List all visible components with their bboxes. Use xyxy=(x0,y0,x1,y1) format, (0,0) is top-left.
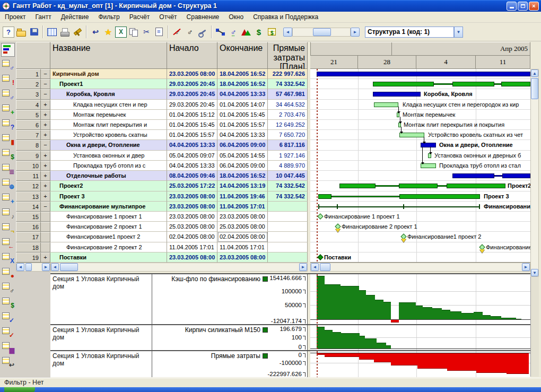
row-number[interactable]: 1 xyxy=(16,69,41,79)
end-date-cell[interactable]: 01.04.2005 14:07 xyxy=(217,100,268,110)
resource-hide-icon[interactable] xyxy=(171,27,183,38)
copy-icon[interactable] xyxy=(128,27,139,38)
start-date-cell[interactable]: 23.03.2005 08:00 xyxy=(167,212,217,222)
start-date-cell[interactable]: 23.03.2005 08:00 xyxy=(167,191,217,202)
end-date-cell[interactable]: 11.04.2005 17:01 xyxy=(217,202,268,212)
approve-add-table-icon[interactable]: ✓ xyxy=(1,325,15,339)
task-name-cell[interactable]: Кирпичный дом xyxy=(50,69,167,79)
print-icon[interactable] xyxy=(59,27,71,38)
gantt-bar[interactable] xyxy=(331,196,399,197)
resource-move-icon[interactable] xyxy=(228,27,239,38)
document-table-icon[interactable]: ≣ xyxy=(1,162,15,176)
cost-cell[interactable]: 74 332.542 xyxy=(268,191,308,202)
undo-icon[interactable] xyxy=(90,27,101,38)
start-date-cell[interactable]: 23.03.2005 08:00 xyxy=(167,202,217,212)
start-date-cell[interactable]: 25.03.2005 08:00 xyxy=(167,222,217,232)
chevron-down-icon[interactable]: ▼ xyxy=(454,27,463,38)
row-number[interactable]: 12 xyxy=(16,181,41,191)
cost-cell[interactable]: 4 889.970 xyxy=(268,161,308,171)
collapse-icon[interactable]: − xyxy=(41,202,50,212)
resource-out-table-icon[interactable]: ← xyxy=(1,236,15,250)
cost-cell[interactable] xyxy=(268,222,308,232)
approve-table-icon[interactable]: ✓ xyxy=(1,310,15,324)
start-date-cell[interactable]: 04.04.2005 13:33 xyxy=(167,140,217,150)
menu-item-9[interactable]: Справка и Поддержка xyxy=(248,12,323,22)
finance-badge-icon[interactable]: $ xyxy=(1,295,15,309)
start-date-cell[interactable]: 02.04.2005 08:00 xyxy=(167,232,217,242)
expand-icon[interactable]: + xyxy=(41,181,50,191)
hammer-icon[interactable] xyxy=(72,27,83,38)
gantt-bar[interactable] xyxy=(399,133,424,137)
end-date-cell[interactable]: 06.04.2005 09:00 xyxy=(217,161,268,171)
menu-item-4[interactable]: Фильтр xyxy=(93,12,124,22)
bottom-vertical-scrollbar[interactable] xyxy=(530,277,539,377)
task-name-cell[interactable]: Финансирование мультипрое xyxy=(50,202,167,212)
task-name-cell[interactable]: Финансирование1 проект 2 xyxy=(50,232,167,242)
end-date-cell[interactable]: 01.04.2005 15:45 xyxy=(217,110,268,120)
menu-item-1[interactable]: Проект xyxy=(0,12,31,22)
peaks-icon[interactable] xyxy=(240,27,252,38)
gantt-bar[interactable] xyxy=(374,102,398,107)
excel-icon[interactable] xyxy=(115,27,127,38)
expand-icon[interactable]: + xyxy=(41,120,50,130)
open-icon[interactable] xyxy=(15,27,27,38)
attention-table-icon[interactable]: ! xyxy=(1,73,15,86)
start-date-cell[interactable]: 11.04.2005 17:01 xyxy=(167,242,217,252)
row-number[interactable]: 3 xyxy=(16,89,41,99)
scroll-left-icon[interactable]: ◄ xyxy=(16,263,24,271)
gantt-bar[interactable] xyxy=(452,173,494,178)
milestone-icon[interactable] xyxy=(317,254,323,260)
start-date-cell[interactable]: 01.04.2005 15:12 xyxy=(167,110,217,120)
row-number[interactable]: 17 xyxy=(16,232,41,242)
scroll-left-icon[interactable]: ◄ xyxy=(283,28,292,37)
cost-cell[interactable]: 74 332.542 xyxy=(268,79,308,89)
dollar-icon[interactable] xyxy=(253,27,265,38)
cost-cell[interactable] xyxy=(268,242,308,252)
start-button-sliver[interactable] xyxy=(4,387,35,392)
scroll-thumb[interactable] xyxy=(313,28,331,36)
gantt-view-icon[interactable] xyxy=(1,43,15,57)
column-header-cost[interactable]: Прямые затраты [План] xyxy=(268,42,308,69)
structure-selector-value[interactable]: Структура 1 (код: 1) xyxy=(365,27,454,38)
task-name-cell[interactable]: Финансирование 2 проект 2 xyxy=(50,242,167,252)
row-number[interactable]: 18 xyxy=(16,242,41,252)
title-bar[interactable]: Гантт Работ - кд_мульт_опт [1] - Кирпичн… xyxy=(0,0,541,12)
expand-icon[interactable]: + xyxy=(41,191,50,202)
cost-cell[interactable] xyxy=(268,232,308,242)
gantt-bar[interactable] xyxy=(339,184,376,188)
row-number[interactable]: 11 xyxy=(16,171,41,181)
task-name-cell[interactable]: Коробка, Кровля xyxy=(50,89,167,99)
scroll-right-icon[interactable]: ► xyxy=(299,263,307,271)
cost-cell[interactable]: 1 927.146 xyxy=(268,151,308,161)
gantt-bar[interactable] xyxy=(434,83,452,85)
start-date-cell[interactable]: 23.03.2005 08:00 xyxy=(167,69,217,79)
star-icon[interactable] xyxy=(102,27,114,38)
start-date-cell[interactable]: 01.04.2005 15:45 xyxy=(167,120,217,130)
row-number[interactable]: 7 xyxy=(16,130,41,140)
row-number[interactable]: 8 xyxy=(16,140,41,150)
end-date-cell[interactable]: 04.04.2005 13:33 xyxy=(217,130,268,140)
repair-table-icon[interactable]: X xyxy=(1,251,15,265)
cost-cell[interactable]: 7 650.720 xyxy=(268,130,308,140)
activity-resource-icon[interactable]: ♂ xyxy=(1,88,15,101)
start-date-cell[interactable]: 05.04.2005 09:07 xyxy=(167,151,217,161)
scroll-right-icon[interactable]: ► xyxy=(522,263,530,271)
cost-cell[interactable] xyxy=(268,252,308,263)
expand-icon[interactable]: + xyxy=(41,252,50,263)
task-name-cell[interactable]: Поставки xyxy=(50,252,167,263)
cost-cell[interactable]: 2 703.476 xyxy=(268,110,308,120)
task-name-cell[interactable]: Монтаж плит перекрытия и xyxy=(50,120,167,130)
structure-selector[interactable]: Структура 1 (код: 1) ▼ xyxy=(365,27,463,38)
task-name-cell[interactable]: Прокладка труб отопл из с xyxy=(50,161,167,171)
menu-item-5[interactable]: Расчёт xyxy=(125,12,155,22)
task-name-cell[interactable]: Отделочные работы xyxy=(50,171,167,181)
collapse-icon[interactable]: − xyxy=(41,140,50,150)
task-name-cell[interactable]: Кладка несущих стен и пер xyxy=(50,100,167,110)
start-date-cell[interactable]: 23.03.2005 08:00 xyxy=(167,252,217,263)
end-date-cell[interactable]: 23.03.2005 08:00 xyxy=(217,252,268,263)
table-hscrollbar[interactable]: ◄ ► xyxy=(50,263,308,272)
cost-cell[interactable] xyxy=(268,212,308,222)
start-date-cell[interactable]: 08.04.2005 09:46 xyxy=(167,171,217,181)
end-date-cell[interactable]: 25.03.2005 08:00 xyxy=(217,222,268,232)
key-table-icon[interactable]: ¬ xyxy=(1,221,15,235)
